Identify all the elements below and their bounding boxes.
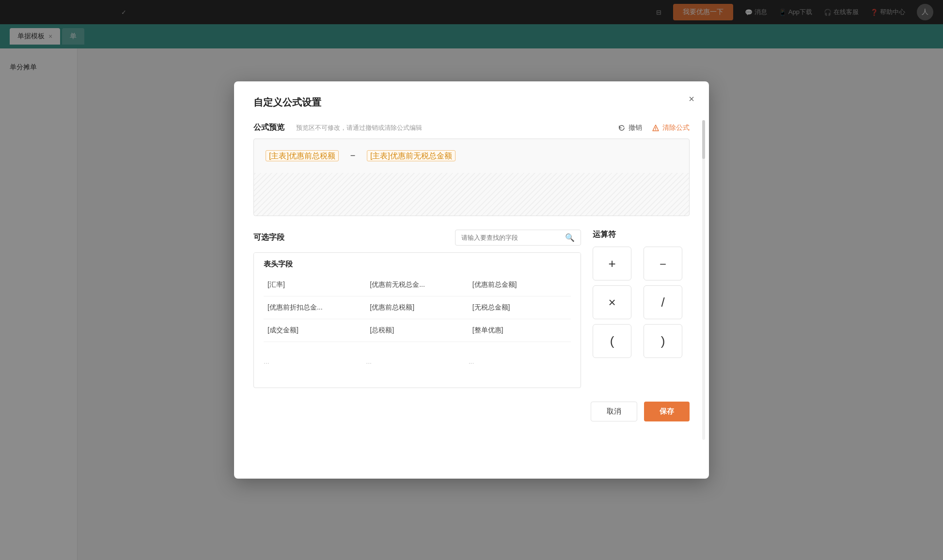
search-input[interactable]	[461, 234, 561, 241]
field-item-6[interactable]: [成交金额]	[264, 319, 366, 342]
operators-title: 运算符	[593, 230, 690, 240]
field-item-8[interactable]: [整单优惠]	[469, 319, 571, 342]
formula-part1: [主表]优惠前总税额	[266, 150, 339, 161]
formula-hint-text: 预览区不可修改，请通过撤销或清除公式编辑	[296, 124, 422, 132]
modal-overlay: 自定义公式设置 × 公式预览 预览区不可修改，请通过撤销或清除公式编辑	[0, 0, 943, 560]
field-fade-1: ...	[264, 354, 366, 369]
formula-content: [主表]优惠前总税额 － [主表]优惠前无税总金额	[266, 149, 677, 162]
dialog-footer: 取消 保存	[253, 402, 690, 421]
clear-icon	[652, 124, 660, 132]
formula-preview-box: [主表]优惠前总税额 － [主表]优惠前无税总金额	[253, 139, 690, 216]
fields-group-header: 表头字段	[254, 253, 581, 274]
op-divide-button[interactable]: /	[644, 285, 682, 319]
field-item-0[interactable]: [汇率]	[264, 274, 366, 296]
cancel-button[interactable]: 取消	[591, 402, 637, 421]
dialog-scrollbar-thumb[interactable]	[702, 120, 705, 159]
search-icon: 🔍	[565, 233, 575, 242]
field-fade-2: ...	[366, 354, 468, 369]
operators-grid: + － × / ( )	[593, 247, 690, 358]
custom-formula-dialog: 自定义公式设置 × 公式预览 预览区不可修改，请通过撤销或清除公式编辑	[234, 81, 709, 479]
op-left-paren-button[interactable]: (	[593, 324, 631, 358]
formula-preview-label: 公式预览	[253, 123, 284, 133]
op-right-paren-button[interactable]: )	[644, 324, 682, 358]
field-item-2[interactable]: [优惠前总金额]	[469, 274, 571, 296]
clear-formula-label: 清除公式	[662, 124, 690, 132]
clear-formula-button[interactable]: 清除公式	[652, 124, 690, 132]
op-plus-button[interactable]: +	[593, 247, 631, 280]
formula-part2: [主表]优惠前无税总金额	[367, 150, 456, 161]
bottom-section: 可选字段 🔍 表头字段 [汇率] [优惠前无税总金... [优惠前总金额] [优…	[253, 230, 690, 388]
field-fade-3: ...	[469, 354, 571, 369]
fields-list-container[interactable]: 表头字段 [汇率] [优惠前无税总金... [优惠前总金额] [优惠前折扣总金.…	[253, 252, 581, 388]
field-item-1[interactable]: [优惠前无税总金...	[366, 274, 468, 296]
fields-title: 可选字段	[253, 233, 284, 243]
formula-operator: －	[348, 150, 358, 160]
field-item-7[interactable]: [总税额]	[366, 319, 468, 342]
dialog-title: 自定义公式设置	[253, 96, 690, 109]
operators-panel: 运算符 + － × / ( )	[593, 230, 690, 388]
fields-panel: 可选字段 🔍 表头字段 [汇率] [优惠前无税总金... [优惠前总金额] [优…	[253, 230, 581, 388]
formula-actions: 撤销 清除公式	[618, 124, 690, 132]
field-item-3[interactable]: [优惠前折扣总金...	[264, 296, 366, 319]
field-item-5[interactable]: [无税总金额]	[469, 296, 571, 319]
dialog-scrollbar[interactable]	[702, 120, 705, 440]
undo-label: 撤销	[629, 124, 642, 132]
undo-button[interactable]: 撤销	[618, 124, 642, 132]
save-button[interactable]: 保存	[644, 402, 690, 421]
undo-icon	[618, 124, 626, 132]
fields-fade-row: ... ... ...	[254, 347, 581, 376]
formula-header: 公式预览 预览区不可修改，请通过撤销或清除公式编辑 撤销	[253, 123, 690, 133]
fields-grid: [汇率] [优惠前无税总金... [优惠前总金额] [优惠前折扣总金... [优…	[254, 274, 581, 347]
dialog-close-button[interactable]: ×	[684, 91, 699, 107]
field-item-4[interactable]: [优惠前总税额]	[366, 296, 468, 319]
search-box[interactable]: 🔍	[455, 230, 581, 246]
op-minus-button[interactable]: －	[644, 247, 682, 280]
op-multiply-button[interactable]: ×	[593, 285, 631, 319]
fields-header: 可选字段 🔍	[253, 230, 581, 246]
formula-preview-section: 公式预览 预览区不可修改，请通过撤销或清除公式编辑 撤销	[253, 123, 690, 216]
